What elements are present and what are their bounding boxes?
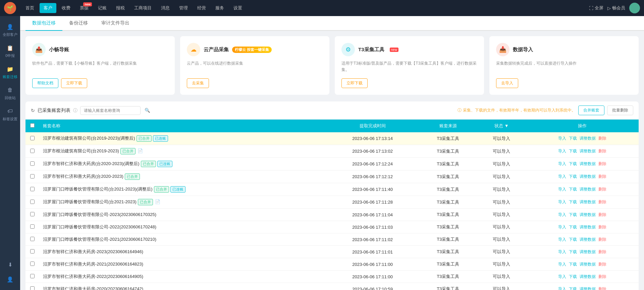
nav-item-ticket[interactable]: 票据new — [76, 3, 93, 13]
tab-audit-export[interactable]: 审计文件导出 — [95, 16, 136, 31]
action-下载[interactable]: 下载 — [568, 187, 578, 192]
tab-data-migration[interactable]: 数据包迁移 — [25, 16, 62, 31]
row-checkbox[interactable] — [30, 161, 35, 166]
batch-delete-button[interactable]: 批量删除 — [607, 105, 633, 115]
action-下载[interactable]: 下载 — [568, 200, 578, 204]
action-导入[interactable]: 导入 — [557, 174, 568, 179]
nav-item-tax[interactable]: 报税 — [112, 3, 129, 13]
row-checkbox[interactable] — [30, 149, 35, 153]
action-调整数据[interactable]: 调整数据 — [578, 237, 597, 242]
select-all-checkbox[interactable] — [30, 123, 35, 128]
action-导入[interactable]: 导入 — [557, 136, 568, 141]
action-删除[interactable]: 删除 — [597, 262, 608, 267]
action-导入[interactable]: 导入 — [557, 212, 568, 217]
sidebar-item-tags[interactable]: 🏷 标签设置 — [0, 104, 20, 125]
action-调整数据[interactable]: 调整数据 — [578, 149, 597, 153]
fullscreen-button[interactable]: ⛶ 全屏 — [589, 5, 603, 11]
action-下载[interactable]: 下载 — [568, 287, 578, 290]
action-导入[interactable]: 导入 — [557, 237, 568, 242]
action-删除[interactable]: 删除 — [597, 212, 608, 217]
action-导入[interactable]: 导入 — [557, 262, 568, 267]
action-删除[interactable]: 删除 — [597, 200, 608, 204]
row-checkbox[interactable] — [30, 200, 35, 204]
refresh-icon[interactable]: ↻ — [31, 108, 35, 113]
action-调整数据[interactable]: 调整数据 — [578, 225, 597, 229]
action-调整数据[interactable]: 调整数据 — [578, 262, 597, 267]
help-doc-button[interactable]: 帮助文档 — [32, 78, 58, 88]
action-删除[interactable]: 删除 — [597, 136, 608, 141]
action-导入[interactable]: 导入 — [557, 187, 568, 192]
action-导入[interactable]: 导入 — [557, 249, 568, 254]
row-checkbox[interactable] — [30, 249, 35, 253]
row-checkbox[interactable] — [30, 286, 35, 290]
search-input[interactable] — [80, 106, 141, 115]
action-导入[interactable]: 导入 — [557, 274, 568, 279]
action-调整数据[interactable]: 调整数据 — [578, 187, 597, 192]
action-下载[interactable]: 下载 — [568, 274, 578, 279]
nav-item-bookkeep[interactable]: 记账 — [94, 3, 111, 13]
action-下载[interactable]: 下载 — [568, 262, 578, 267]
action-下载[interactable]: 下载 — [568, 149, 578, 153]
nav-item-fee[interactable]: 收费 — [58, 3, 74, 13]
action-调整数据[interactable]: 调整数据 — [578, 287, 597, 290]
t3-download-button[interactable]: 立即下载 — [341, 78, 368, 88]
action-删除[interactable]: 删除 — [597, 174, 608, 179]
row-checkbox[interactable] — [30, 187, 35, 191]
row-checkbox[interactable] — [30, 136, 35, 140]
th-status[interactable]: 状态 ▼ — [477, 120, 526, 132]
file-icon[interactable]: 📄 — [138, 148, 143, 153]
sidebar-item-migrate[interactable]: 📁 账套迁移 — [0, 62, 20, 83]
action-调整数据[interactable]: 调整数据 — [578, 274, 597, 279]
action-删除[interactable]: 删除 — [597, 161, 608, 166]
action-导入[interactable]: 导入 — [557, 287, 568, 290]
action-导入[interactable]: 导入 — [557, 149, 568, 153]
sidebar-item-recycle[interactable]: 🗑 回收站 — [0, 83, 20, 104]
row-checkbox[interactable] — [30, 174, 35, 178]
nav-item-service[interactable]: 服务 — [211, 3, 228, 13]
go-collect-button[interactable]: 去采集 — [187, 78, 209, 88]
action-删除[interactable]: 删除 — [597, 187, 608, 192]
sidebar-item-profile[interactable]: 👤 — [6, 272, 14, 287]
nav-item-customer[interactable]: 客户 — [40, 3, 56, 13]
action-导入[interactable]: 导入 — [557, 200, 568, 204]
action-调整数据[interactable]: 调整数据 — [578, 174, 597, 179]
nav-item-manage[interactable]: 管理 — [175, 3, 192, 13]
action-删除[interactable]: 删除 — [597, 237, 608, 242]
row-checkbox[interactable] — [30, 274, 35, 278]
row-checkbox[interactable] — [30, 224, 35, 229]
action-下载[interactable]: 下载 — [568, 225, 578, 229]
search-button[interactable]: 🔍 — [143, 106, 152, 114]
action-调整数据[interactable]: 调整数据 — [578, 212, 597, 217]
row-checkbox[interactable] — [30, 237, 35, 241]
merge-button[interactable]: 合并账套 — [578, 105, 604, 115]
avatar[interactable] — [629, 3, 640, 13]
action-下载[interactable]: 下载 — [568, 161, 578, 166]
row-checkbox[interactable] — [30, 212, 35, 216]
nav-item-operation[interactable]: 经营 — [193, 3, 210, 13]
action-删除[interactable]: 删除 — [597, 274, 608, 279]
action-导入[interactable]: 导入 — [557, 225, 568, 229]
info-icon[interactable]: ⓘ — [73, 107, 77, 114]
go-import-button[interactable]: 去导入 — [496, 78, 518, 88]
row-checkbox[interactable] — [30, 262, 35, 266]
action-下载[interactable]: 下载 — [568, 174, 578, 179]
action-下载[interactable]: 下载 — [568, 249, 578, 254]
action-调整数据[interactable]: 调整数据 — [578, 249, 597, 254]
action-导入[interactable]: 导入 — [557, 161, 568, 166]
sidebar-item-download[interactable]: ⬇ — [6, 257, 14, 272]
tab-backup-migration[interactable]: 备份迁移 — [62, 16, 95, 31]
action-下载[interactable]: 下载 — [568, 212, 578, 217]
sidebar-item-all-customers[interactable]: 👤 全部客户 — [0, 19, 20, 41]
nav-item-settings[interactable]: 设置 — [229, 3, 246, 13]
nav-item-home[interactable]: 首页 — [21, 3, 38, 13]
action-删除[interactable]: 删除 — [597, 149, 608, 153]
action-调整数据[interactable]: 调整数据 — [578, 200, 597, 204]
download-now-button[interactable]: 立即下载 — [61, 78, 87, 88]
file-icon[interactable]: 📄 — [155, 199, 160, 204]
action-删除[interactable]: 删除 — [597, 287, 608, 290]
nav-item-message[interactable]: 消息 — [157, 3, 174, 13]
action-调整数据[interactable]: 调整数据 — [578, 161, 597, 166]
logo-icon[interactable]: 🌱 — [4, 2, 16, 14]
action-下载[interactable]: 下载 — [568, 237, 578, 242]
sidebar-item-zero-declare[interactable]: 📋 0申报 — [0, 41, 20, 62]
